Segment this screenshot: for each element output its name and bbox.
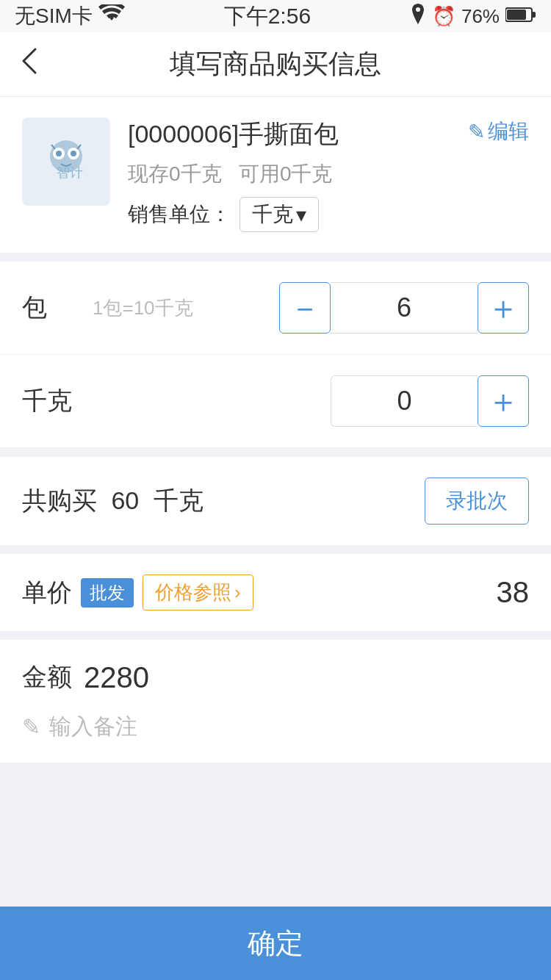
price-ref-label: 价格参照 [155,580,231,605]
no-sim-text: 无SIM卡 [15,2,93,30]
svg-point-7 [71,151,76,156]
product-thumbnail: 智计 [22,118,110,206]
unit-value: 千克 [252,201,293,228]
battery-percent: 76% [461,5,500,28]
nav-bar: 填写商品购买信息 [0,32,551,97]
unit-select[interactable]: 千克 ▾ [240,197,319,232]
kg-qty-row: 千克 ＋ [0,355,551,448]
kg-qty-input[interactable] [331,375,478,427]
price-value: 38 [497,576,530,609]
unit-label: 销售单位： [128,201,231,228]
back-button[interactable] [21,46,38,82]
package-qty-row: 包 1包=10千克 － ＋ [0,262,551,355]
status-right: ⏰ 76% [410,4,536,29]
dropdown-icon: ▾ [296,203,306,227]
package-hint: 1包=10千克 [93,295,267,321]
total-amount: 60 [111,486,139,514]
bottom-spacer [0,763,551,909]
note-input[interactable]: 输入备注 [49,712,137,742]
status-bar: 无SIM卡 下午2:56 ⏰ 76% [0,0,551,32]
current-stock: 现存0千克 [128,162,222,185]
plus-icon: ＋ [487,287,519,330]
status-time: 下午2:56 [224,1,311,32]
page-title: 填写商品购买信息 [170,46,381,82]
quantity-section: 包 1包=10千克 － ＋ 千克 ＋ [0,262,551,448]
price-label: 单价 [22,576,72,610]
price-reference-button[interactable]: 价格参照 › [143,574,253,610]
product-image-placeholder: 智计 [40,136,92,188]
price-ref-arrow: › [234,581,241,604]
amount-row: 金额 2280 [22,660,529,694]
amount-section: 金额 2280 ✎ 输入备注 [0,640,551,763]
total-prefix: 共购买 [22,486,97,514]
edit-icon: ✎ [468,120,485,144]
total-unit: 千克 [154,486,204,514]
svg-rect-1 [532,12,536,18]
minus-icon: － [289,287,321,330]
total-row: 共购买 60 千克 录批次 [0,457,551,554]
alarm-icon: ⏰ [432,5,455,28]
product-card: 智计 [0000006]手撕面包 现存0千克 可用0千克 销售单位： 千克 ▾ … [0,97,551,262]
package-minus-button[interactable]: － [279,282,331,334]
note-row[interactable]: ✎ 输入备注 [22,712,529,742]
location-icon [410,4,426,29]
edit-button[interactable]: ✎ 编辑 [468,118,529,145]
status-left: 无SIM卡 [15,2,125,30]
package-qty-input[interactable] [331,282,478,334]
package-plus-button[interactable]: ＋ [478,282,529,334]
price-type-tag: 批发 [81,578,134,608]
battery-icon [505,5,536,28]
batch-button[interactable]: 录批次 [425,478,529,525]
wifi-icon [98,4,125,29]
package-qty-controls: － ＋ [279,282,529,334]
total-text: 共购买 60 千克 [22,484,204,518]
edit-label: 编辑 [488,118,529,145]
kg-plus-button[interactable]: ＋ [478,375,529,427]
available-stock: 可用0千克 [239,162,333,185]
svg-point-6 [56,151,62,156]
price-left: 单价 批发 价格参照 › [22,574,253,610]
package-label: 包 [22,291,81,325]
plus-icon-kg: ＋ [487,380,519,423]
kg-label: 千克 [22,384,81,418]
confirm-button[interactable]: 确定 [0,907,551,980]
price-section: 单价 批发 价格参照 › 38 [0,554,551,640]
product-stock: 现存0千克 可用0千克 [128,160,529,188]
kg-qty-controls: ＋ [331,375,529,427]
svg-text:智计: 智计 [57,165,83,180]
amount-label: 金额 [22,660,72,694]
svg-rect-2 [507,10,526,20]
product-unit-row: 销售单位： 千克 ▾ [128,197,529,232]
note-icon: ✎ [22,714,40,740]
amount-value: 2280 [84,661,149,694]
